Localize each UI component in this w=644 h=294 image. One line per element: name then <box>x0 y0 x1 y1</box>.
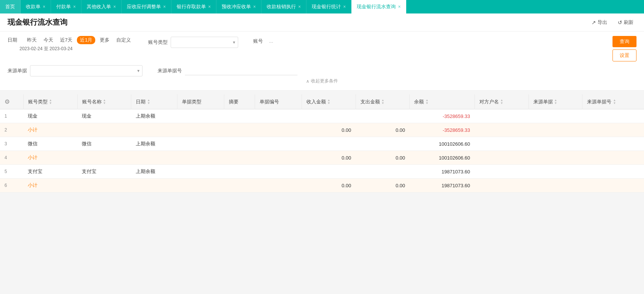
sort-arrows: ▲▼ <box>500 99 503 105</box>
query-button[interactable]: 查询 <box>612 36 636 47</box>
sort-arrows: ▲▼ <box>147 99 150 105</box>
account-filter: 账号 ... <box>253 37 276 45</box>
close-icon[interactable]: × <box>73 4 76 9</box>
close-icon[interactable]: × <box>343 4 346 9</box>
date-options: 昨天 今天 近7天 近1月 更多 自定义 <box>25 36 133 44</box>
data-table: ⚙ 账号类型 ▲▼ 账号名称 ▲▼ 日期 <box>0 94 644 193</box>
sort-arrows: ▲▼ <box>327 99 330 105</box>
close-icon[interactable]: × <box>398 4 401 9</box>
th-account-type[interactable]: 账号类型 ▲▼ <box>23 94 77 109</box>
refresh-button[interactable]: ↺ 刷新 <box>615 18 636 27</box>
th-doc-type[interactable]: 单据类型 <box>177 94 224 109</box>
page-header: 现金银行流水查询 ↗ 导出 ↺ 刷新 <box>0 13 644 31</box>
table-row[interactable]: 5支付宝支付宝上期余额19871073.60 <box>0 165 644 179</box>
nav-item-receipt[interactable]: 收款单 × <box>21 0 51 13</box>
table-body: 1现金现金上期余额-3528659.332小计0.000.00-3528659.… <box>0 109 644 193</box>
source-doc-select[interactable] <box>30 65 143 76</box>
account-more-btn[interactable]: ... <box>266 37 276 45</box>
account-type-select-wrapper <box>171 37 238 48</box>
table-row[interactable]: 2小计0.000.00-3528659.33 <box>0 123 644 137</box>
date-option-1month[interactable]: 近1月 <box>77 36 95 44</box>
nav-item-adjust[interactable]: 应收应付调整单 × <box>122 0 171 13</box>
th-summary[interactable]: 摘要 <box>224 94 255 109</box>
nav-item-verify[interactable]: 收款核销执行 × <box>261 0 306 13</box>
top-nav: 首页 收款单 × 付款单 × 其他收入单 × 应收应付调整单 × 银行存取款单 … <box>0 0 644 13</box>
th-balance[interactable]: 余额 ▲▼ <box>410 94 474 109</box>
close-icon[interactable]: × <box>298 4 301 9</box>
th-income[interactable]: 收入金额 ▲▼ <box>302 94 356 109</box>
date-option-7days[interactable]: 近7天 <box>58 36 75 44</box>
account-type-select[interactable] <box>171 37 238 48</box>
nav-item-home[interactable]: 首页 <box>0 0 21 13</box>
collapse-bar[interactable]: ∧ 收起更多条件 <box>8 76 636 86</box>
page-title: 现金银行流水查询 <box>8 17 68 27</box>
table-row[interactable]: 1现金现金上期余额-3528659.33 <box>0 109 644 123</box>
nav-item-prepay[interactable]: 预收冲应收单 × <box>216 0 261 13</box>
th-expense[interactable]: 支出金额 ▲▼ <box>356 94 410 109</box>
date-label: 日期 <box>8 37 17 43</box>
nav-item-bank-deposit[interactable]: 银行存取款单 × <box>171 0 216 13</box>
th-source-doc[interactable]: 来源单据 ▲▼ <box>528 94 582 109</box>
date-option-more[interactable]: 更多 <box>98 36 112 44</box>
nav-item-payment[interactable]: 付款单 × <box>51 0 81 13</box>
settings-button[interactable]: 设置 <box>612 49 636 61</box>
collapse-icon: ∧ <box>306 79 309 84</box>
th-account-name[interactable]: 账号名称 ▲▼ <box>77 94 131 109</box>
nav-item-cashflow[interactable]: 现金银行流水查询 × <box>351 0 406 13</box>
account-type-label: 账号类型 <box>148 39 168 46</box>
refresh-icon: ↺ <box>618 19 622 25</box>
source-doc-label: 来源单据 <box>8 67 27 74</box>
th-counterpart[interactable]: 对方户名 ▲▼ <box>474 94 528 109</box>
close-icon[interactable]: × <box>43 4 45 9</box>
close-icon[interactable]: × <box>163 4 166 9</box>
nav-item-other-income[interactable]: 其他收入单 × <box>81 0 122 13</box>
table-row[interactable]: 4小计0.000.00100102606.60 <box>0 151 644 165</box>
sort-arrows: ▲▼ <box>381 99 384 105</box>
account-type-filter: 账号类型 <box>148 37 238 48</box>
gear-icon[interactable]: ⚙ <box>5 98 10 105</box>
export-button[interactable]: ↗ 导出 <box>588 18 610 27</box>
source-doc-select-wrapper <box>30 65 143 76</box>
sort-arrows: ▲▼ <box>554 99 557 105</box>
table-header-row: ⚙ 账号类型 ▲▼ 账号名称 ▲▼ 日期 <box>0 94 644 109</box>
source-doc-no-filter: 来源单据号 <box>158 66 297 75</box>
sort-arrows: ▲▼ <box>613 99 616 105</box>
source-doc-no-label: 来源单据号 <box>158 67 182 74</box>
nav-item-stats[interactable]: 现金银行统计 × <box>306 0 351 13</box>
filter-area: 日期 昨天 今天 近7天 近1月 更多 自定义 2023-02-24 至 202… <box>0 31 644 91</box>
close-icon[interactable]: × <box>113 4 116 9</box>
sort-arrows: ▲▼ <box>49 99 52 105</box>
sort-arrows: ▲▼ <box>103 99 106 105</box>
sort-arrows: ▲▼ <box>425 99 428 105</box>
th-doc-no[interactable]: 单据编号 <box>255 94 302 109</box>
account-label: 账号 <box>253 38 263 45</box>
table-row[interactable]: 6小计0.000.0019871073.60 <box>0 179 644 193</box>
th-date[interactable]: 日期 ▲▼ <box>131 94 177 109</box>
table-row[interactable]: 3微信微信上期余额100102606.60 <box>0 137 644 151</box>
header-actions: ↗ 导出 ↺ 刷新 <box>588 18 636 27</box>
date-option-custom[interactable]: 自定义 <box>114 36 133 44</box>
close-icon[interactable]: × <box>253 4 256 9</box>
export-icon: ↗ <box>591 19 596 25</box>
close-icon[interactable]: × <box>208 4 211 9</box>
date-option-yesterday[interactable]: 昨天 <box>25 36 39 44</box>
date-range: 2023-02-24 至 2023-03-24 <box>20 46 72 51</box>
th-gear[interactable]: ⚙ <box>0 94 23 109</box>
source-doc-filter: 来源单据 <box>8 65 143 76</box>
source-doc-no-input[interactable] <box>185 66 297 75</box>
table-wrapper: ⚙ 账号类型 ▲▼ 账号名称 ▲▼ 日期 <box>0 94 644 193</box>
date-option-today[interactable]: 今天 <box>41 36 56 44</box>
action-buttons: 查询 设置 <box>612 36 636 61</box>
th-source-doc-no[interactable]: 来源单据号 ▲▼ <box>582 94 644 109</box>
